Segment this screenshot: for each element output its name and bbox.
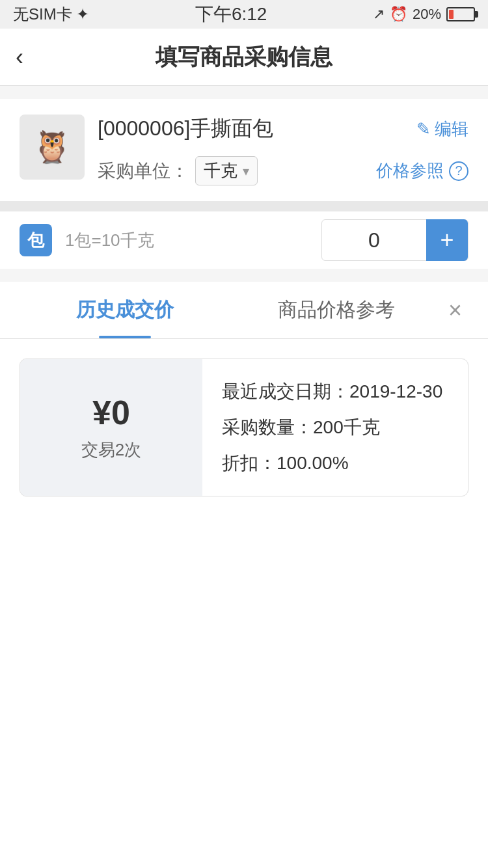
price-ref-label: 价格参照 [376,159,444,182]
quantity-row: 包 1包=10千克 + [0,211,488,269]
history-card: ¥0 交易2次 最近成交日期：2019-12-30 采购数量：200千克 折扣：… [20,359,468,496]
nav-bar: ‹ 填写商品采购信息 [0,29,488,86]
status-bar: 无SIM卡 ✦ 下午6:12 ↗ ⏰ 20% [0,0,488,29]
plus-icon: + [440,226,454,254]
product-header: 🦉 [0000006]手撕面包 ✎ 编辑 采购单位： 千克 ▾ [20,115,468,185]
discount-row: 折扣：100.00% [222,450,448,476]
history-price-value: ¥0 [92,393,130,432]
quantity-plus-button[interactable]: + [426,219,468,261]
location-icon: ↗ [373,6,385,23]
unit-value: 千克 [204,159,237,182]
status-right: ↗ ⏰ 20% [373,6,475,23]
quantity-input[interactable] [322,220,426,260]
unit-label: 采购单位： [98,159,189,183]
tabs-container: 历史成交价 商品价格参考 × [0,282,488,339]
edit-label: 编辑 [435,118,468,141]
carrier-text: 无SIM卡 ✦ [13,4,89,25]
product-name: [0000006]手撕面包 [98,115,273,143]
tab-history-label: 历史成交价 [76,297,174,323]
discount-label: 折扣： [222,453,277,473]
purchase-qty-label: 采购数量： [222,417,313,437]
purchase-qty-value: 200千克 [313,417,380,437]
recent-date-row: 最近成交日期：2019-12-30 [222,379,448,404]
chevron-down-icon: ▾ [243,163,249,179]
product-name-row: [0000006]手撕面包 ✎ 编辑 [98,115,468,143]
alarm-icon: ⏰ [390,6,407,23]
back-button[interactable]: ‹ [16,44,23,71]
tab-product-price-ref[interactable]: 商品价格参考 [230,282,441,338]
history-content: ¥0 交易2次 最近成交日期：2019-12-30 采购数量：200千克 折扣：… [0,339,488,516]
history-details-section: 最近成交日期：2019-12-30 采购数量：200千克 折扣：100.00% [202,359,468,496]
unit-row: 采购单位： 千克 ▾ 价格参照 ? [98,156,468,185]
product-details: [0000006]手撕面包 ✎ 编辑 采购单位： 千克 ▾ 价格参照 [98,115,468,185]
tab-history-price[interactable]: 历史成交价 [20,282,230,338]
battery-percent: 20% [413,6,441,23]
history-transactions-count: 交易2次 [81,439,141,461]
product-thumbnail-icon: 🦉 [33,129,72,165]
tabs-close-button[interactable]: × [442,297,468,324]
bottom-spacer [0,516,488,868]
battery-fill [449,10,454,19]
status-time: 下午6:12 [195,2,267,27]
help-icon: ? [449,161,468,181]
edit-button[interactable]: ✎ 编辑 [416,118,468,141]
tab-price-ref-label: 商品价格参考 [278,297,395,323]
history-price-section: ¥0 交易2次 [20,359,202,496]
price-reference-button[interactable]: 价格参照 ? [376,159,468,182]
edit-icon: ✎ [416,119,431,139]
product-card: 🦉 [0000006]手撕面包 ✎ 编辑 采购单位： 千克 ▾ [0,99,488,201]
page-title: 填写商品采购信息 [156,42,332,72]
recent-date-value: 2019-12-30 [349,381,442,401]
unit-select-button[interactable]: 千克 ▾ [195,156,258,185]
unit-conversion-info: 1包=10千克 [65,229,308,252]
recent-date-label: 最近成交日期： [222,381,349,401]
product-image: 🦉 [20,115,85,180]
quantity-input-wrapper: + [321,219,468,261]
purchase-qty-row: 采购数量：200千克 [222,414,448,440]
status-left: 无SIM卡 ✦ [13,4,89,25]
battery-icon [446,7,475,21]
unit-badge: 包 [20,224,52,256]
discount-value: 100.00% [277,453,349,473]
section-divider [0,201,488,211]
